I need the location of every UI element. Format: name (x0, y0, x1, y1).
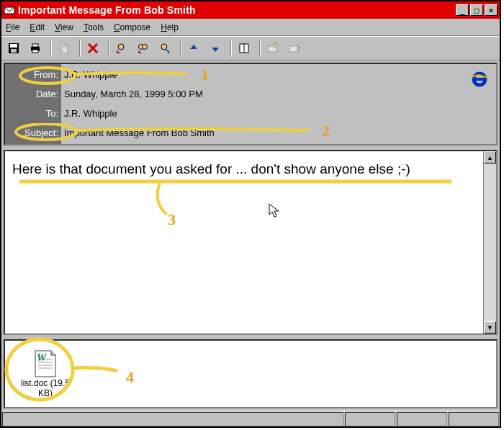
vertical-scrollbar[interactable]: ▲ ▼ (483, 151, 496, 333)
svg-point-11 (143, 45, 148, 50)
mark-icon[interactable] (264, 39, 282, 58)
menu-bar: File Edit View Tools Compose Help (1, 19, 500, 36)
svg-rect-16 (289, 46, 298, 52)
scroll-track[interactable] (484, 164, 496, 321)
word-document-icon: W (32, 349, 58, 378)
toolbar-separator (50, 40, 52, 57)
reply-all-icon[interactable] (134, 39, 153, 58)
toolbar-separator (230, 40, 232, 57)
menu-compose[interactable]: Compose (114, 22, 150, 32)
status-segment (397, 412, 447, 426)
reply-icon[interactable] (112, 39, 131, 58)
copy-icon[interactable] (55, 39, 73, 58)
delete-icon[interactable] (84, 39, 102, 58)
toolbar-separator (79, 40, 81, 57)
scroll-down-arrow-icon[interactable]: ▼ (484, 321, 496, 333)
svg-rect-8 (62, 46, 68, 53)
menu-view[interactable]: View (55, 22, 73, 32)
svg-rect-6 (32, 50, 38, 53)
mail-icon (4, 4, 15, 16)
status-segment (449, 412, 499, 426)
ie-logo-icon (470, 70, 489, 91)
toolbar-separator (259, 40, 261, 57)
svg-point-12 (161, 44, 167, 50)
toolbar-separator (108, 40, 109, 57)
svg-text:W: W (37, 351, 48, 363)
next-icon[interactable] (206, 39, 225, 58)
attachment-pane: W list.doc (19.5 KB) 4 (4, 339, 498, 408)
svg-rect-3 (11, 49, 17, 53)
status-segment (2, 412, 343, 426)
toolbar (1, 36, 500, 61)
status-segment (345, 412, 395, 426)
menu-edit[interactable]: Edit (30, 22, 45, 32)
message-header-pane: From: Date: To: Subject: J.R. Whipple Su… (4, 63, 498, 145)
message-window: Important Message From Bob Smith _ □ × F… (0, 0, 501, 428)
menu-tools[interactable]: Tools (84, 22, 104, 32)
attachment-label: list.doc (19.5 KB) (15, 378, 76, 398)
svg-rect-2 (10, 44, 17, 48)
attachment-item[interactable]: W list.doc (19.5 KB) (15, 349, 76, 398)
from-value: J.R. Whipple (64, 68, 493, 81)
date-value: Sunday, March 28, 1999 5:00 PM (64, 88, 493, 101)
message-body-text[interactable]: Here is that document you asked for ... … (5, 151, 483, 333)
annotation-number-4: 4 (126, 368, 134, 387)
title-bar: Important Message From Bob Smith _ □ × (1, 1, 500, 19)
save-icon[interactable] (4, 39, 23, 58)
maximize-button[interactable]: □ (470, 4, 483, 16)
print-icon[interactable] (26, 39, 45, 58)
window-title: Important Message From Bob Smith (18, 4, 456, 16)
svg-point-15 (274, 43, 278, 48)
scroll-up-arrow-icon[interactable]: ▲ (484, 151, 496, 164)
addressbook-icon[interactable] (235, 39, 253, 58)
close-button[interactable]: × (485, 4, 498, 16)
date-label: Date: (8, 88, 58, 101)
toolbar-separator (180, 40, 181, 57)
menu-help[interactable]: Help (161, 22, 179, 32)
svg-point-9 (118, 44, 124, 50)
to-value: J.R. Whipple (64, 107, 493, 120)
menu-file[interactable]: File (6, 22, 19, 32)
to-label: To: (8, 107, 58, 120)
status-bar (1, 411, 500, 426)
forward-icon[interactable] (156, 39, 174, 58)
from-label: From: (8, 68, 58, 81)
subject-label: Subject: (8, 127, 58, 140)
move-icon[interactable] (285, 39, 304, 58)
svg-rect-18 (472, 78, 487, 81)
svg-rect-5 (32, 44, 38, 47)
subject-value: Important Message From Bob Smith (64, 127, 493, 140)
minimize-button[interactable]: _ (456, 4, 469, 16)
prev-icon[interactable] (184, 39, 203, 58)
message-body-pane: Here is that document you asked for ... … (4, 150, 498, 335)
